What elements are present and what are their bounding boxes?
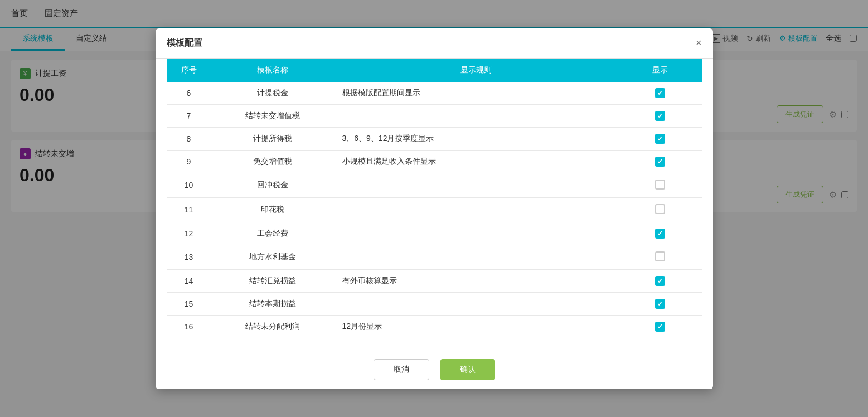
cell-rule: 12月份显示 xyxy=(334,315,618,338)
dialog-overlay: 模板配置 × 序号 模板名称 显示规则 显示 6计提税金根 xyxy=(0,0,868,417)
cell-seq: 12 xyxy=(167,222,211,245)
cell-checkbox xyxy=(618,222,702,245)
table-row: 14结转汇兑损益有外币核算显示 xyxy=(167,269,702,292)
table-row: 13地方水利基金 xyxy=(167,245,702,269)
cell-seq: 9 xyxy=(167,150,211,173)
dialog-body: 序号 模板名称 显示规则 显示 6计提税金根据模版配置期间显示7结转未交增值税8… xyxy=(156,59,713,350)
cell-name: 计提税金 xyxy=(211,82,334,105)
cell-name: 结转未分配利润 xyxy=(211,315,334,338)
cell-name: 回冲税金 xyxy=(211,173,334,197)
table-scroll-area: 序号 模板名称 显示规则 显示 6计提税金根据模版配置期间显示7结转未交增值税8… xyxy=(167,59,702,338)
cell-rule xyxy=(334,292,618,315)
cell-checkbox xyxy=(618,197,702,222)
table-row: 7结转未交增值税 xyxy=(167,104,702,127)
cell-checkbox xyxy=(618,269,702,292)
cell-rule xyxy=(334,197,618,222)
display-checkbox-9[interactable] xyxy=(655,157,665,167)
cell-seq: 14 xyxy=(167,269,211,292)
cell-checkbox xyxy=(618,127,702,150)
dialog-header: 模板配置 × xyxy=(156,28,713,59)
cell-seq: 7 xyxy=(167,104,211,127)
confirm-button[interactable]: 确认 xyxy=(440,359,495,380)
col-seq: 序号 xyxy=(167,59,211,82)
display-checkbox-15[interactable] xyxy=(655,299,665,309)
cell-seq: 10 xyxy=(167,173,211,197)
cell-seq: 15 xyxy=(167,292,211,315)
config-table: 序号 模板名称 显示规则 显示 6计提税金根据模版配置期间显示7结转未交增值税8… xyxy=(167,59,702,338)
cell-checkbox xyxy=(618,315,702,338)
cell-name: 结转汇兑损益 xyxy=(211,269,334,292)
display-checkbox-11[interactable] xyxy=(655,204,665,214)
dialog-title: 模板配置 xyxy=(167,37,202,49)
display-checkbox-14[interactable] xyxy=(655,276,665,286)
display-checkbox-8[interactable] xyxy=(655,134,665,144)
display-checkbox-16[interactable] xyxy=(655,322,665,332)
close-button[interactable]: × xyxy=(696,38,702,48)
cell-name: 计提所得税 xyxy=(211,127,334,150)
display-checkbox-12[interactable] xyxy=(655,229,665,239)
cell-rule xyxy=(334,104,618,127)
cell-rule xyxy=(334,245,618,269)
cell-rule: 小规模且满足收入条件显示 xyxy=(334,150,618,173)
cell-checkbox xyxy=(618,104,702,127)
col-rule: 显示规则 xyxy=(334,59,618,82)
table-row: 11印花税 xyxy=(167,197,702,222)
cell-name: 免交增值税 xyxy=(211,150,334,173)
table-row: 15结转本期损益 xyxy=(167,292,702,315)
cell-checkbox xyxy=(618,82,702,105)
cell-seq: 13 xyxy=(167,245,211,269)
cell-name: 印花税 xyxy=(211,197,334,222)
cell-checkbox xyxy=(618,292,702,315)
col-name: 模板名称 xyxy=(211,59,334,82)
template-config-dialog: 模板配置 × 序号 模板名称 显示规则 显示 6计提税金根 xyxy=(156,28,713,389)
table-row: 6计提税金根据模版配置期间显示 xyxy=(167,82,702,105)
cell-seq: 6 xyxy=(167,82,211,105)
cell-checkbox xyxy=(618,150,702,173)
cell-rule: 根据模版配置期间显示 xyxy=(334,82,618,105)
cell-seq: 11 xyxy=(167,197,211,222)
table-row: 9免交增值税小规模且满足收入条件显示 xyxy=(167,150,702,173)
cell-seq: 16 xyxy=(167,315,211,338)
table-row: 10回冲税金 xyxy=(167,173,702,197)
cell-checkbox xyxy=(618,245,702,269)
display-checkbox-6[interactable] xyxy=(655,88,665,98)
cell-name: 结转未交增值税 xyxy=(211,104,334,127)
cell-name: 地方水利基金 xyxy=(211,245,334,269)
display-checkbox-10[interactable] xyxy=(655,180,665,190)
cancel-button[interactable]: 取消 xyxy=(374,359,429,380)
table-row: 16结转未分配利润12月份显示 xyxy=(167,315,702,338)
col-display: 显示 xyxy=(618,59,702,82)
dialog-footer: 取消 确认 xyxy=(156,350,713,389)
cell-checkbox xyxy=(618,173,702,197)
table-row: 12工会经费 xyxy=(167,222,702,245)
display-checkbox-7[interactable] xyxy=(655,111,665,121)
display-checkbox-13[interactable] xyxy=(655,251,665,261)
table-row: 8计提所得税3、6、9、12月按季度显示 xyxy=(167,127,702,150)
cell-seq: 8 xyxy=(167,127,211,150)
table-header-row: 序号 模板名称 显示规则 显示 xyxy=(167,59,702,82)
cell-rule xyxy=(334,222,618,245)
cell-name: 工会经费 xyxy=(211,222,334,245)
cell-rule: 有外币核算显示 xyxy=(334,269,618,292)
cell-rule: 3、6、9、12月按季度显示 xyxy=(334,127,618,150)
cell-name: 结转本期损益 xyxy=(211,292,334,315)
cell-rule xyxy=(334,173,618,197)
